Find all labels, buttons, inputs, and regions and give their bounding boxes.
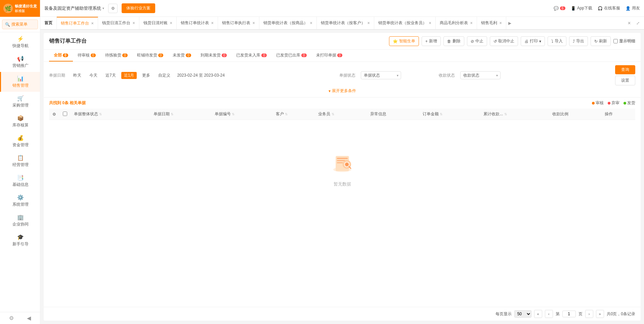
date-today-btn[interactable]: 今天: [87, 72, 100, 79]
sidebar-item-guide[interactable]: 🎓 新手引导: [0, 231, 40, 250]
print-button[interactable]: 🖨 打印 ▾: [521, 36, 545, 46]
tabbar: 首页 销售订单工作台 ✕ 钱货日清工作台 ✕ 钱货日清对账 ✕ 销售订单统计表 …: [40, 17, 644, 30]
sidebar-item-quick-nav[interactable]: ⚡ 快捷导航: [0, 32, 40, 52]
tab-close-icon[interactable]: ✕: [170, 21, 172, 25]
select-all-checkbox[interactable]: [63, 112, 67, 116]
online-service-button[interactable]: 🎧 在线客服: [598, 5, 620, 11]
tab-home[interactable]: 首页: [40, 17, 57, 29]
status-select[interactable]: 单据状态: [361, 71, 401, 79]
tab-sales-order-exec[interactable]: 销售订单执行表 ✕: [218, 17, 259, 29]
tab-close-icon[interactable]: ✕: [132, 21, 135, 25]
sidebar-item-basic-info[interactable]: 📑 基础信息: [0, 171, 40, 191]
empty-state: 暂无数据: [49, 120, 635, 214]
tab-sales-stats-employee[interactable]: 销货单统计表（按业务员） ✕: [374, 17, 436, 29]
filter-row-1: 单据日期 昨天 今天 近7天 近1月 更多 自定义 2023-02-24 至 2…: [49, 65, 635, 85]
sort-icon[interactable]: ⇅: [232, 112, 234, 116]
refresh-button[interactable]: ↻ 刷新: [591, 36, 611, 46]
sort-icon[interactable]: ⇅: [504, 112, 507, 116]
date-more-btn[interactable]: 更多: [139, 72, 153, 79]
sub-tab-pending-inspect[interactable]: 待拣验货0: [100, 50, 132, 62]
tab-cash-reconcile[interactable]: 钱货日清对账 ✕: [139, 17, 177, 29]
search-menu-button[interactable]: 🔍 搜索菜单: [2, 19, 38, 29]
prev-page-button[interactable]: ‹: [545, 310, 553, 318]
sort-icon[interactable]: ⇅: [440, 112, 442, 116]
tab-close-all-button[interactable]: ✕: [625, 19, 633, 27]
date-1month-btn[interactable]: 近1月: [121, 72, 137, 79]
tab-sales-order-workspace[interactable]: 销售订单工作台 ✕: [57, 17, 98, 29]
sidebar-collapse-button[interactable]: ◀: [27, 315, 31, 321]
stop-button[interactable]: ⊘ 中止: [467, 36, 487, 46]
tab-cash-daily[interactable]: 钱货日清工作台 ✕: [98, 17, 139, 29]
sidebar-item-inventory[interactable]: 📦 库存核算: [0, 112, 40, 131]
tab-maximize-button[interactable]: ⤢: [634, 19, 642, 27]
cancel-stop-button[interactable]: ↺ 取消中止: [490, 36, 518, 46]
tab-sales-stats-customer[interactable]: 销货单统计表（按客户） ✕: [317, 17, 374, 29]
date-yesterday-btn[interactable]: 昨天: [71, 72, 84, 79]
sort-icon[interactable]: ⇅: [285, 112, 288, 116]
th-settings[interactable]: ⚙: [49, 109, 59, 120]
sub-tab-overdue[interactable]: 到期未发货0: [196, 50, 232, 62]
tab-close-icon[interactable]: ✕: [499, 21, 502, 25]
expand-conditions-button[interactable]: ▾ 展开更多条件: [329, 88, 356, 94]
tab-sales-margin[interactable]: 销售毛利 ✕: [477, 17, 506, 29]
settings-icon-button[interactable]: ⚙: [108, 4, 118, 13]
delete-button[interactable]: 🗑 删除: [443, 36, 464, 46]
import-button[interactable]: ⤵ 导入: [548, 36, 566, 46]
tab-close-icon[interactable]: ✕: [91, 22, 94, 25]
page-number-input[interactable]: [562, 311, 576, 317]
sub-tab-shipped-not-in[interactable]: 已发货未入库0: [231, 50, 271, 62]
payment-select[interactable]: 收款状态: [460, 71, 501, 79]
first-page-button[interactable]: «: [534, 310, 542, 318]
sub-tab-wangpu[interactable]: 旺铺待发货0: [132, 50, 168, 62]
sidebar-item-marketing[interactable]: 📢 营销推广: [0, 52, 40, 72]
review-action-button[interactable]: 审核: [592, 100, 604, 106]
date-7days-btn[interactable]: 近7天: [103, 72, 119, 79]
sort-icon[interactable]: ⇅: [332, 112, 334, 116]
sidebar-item-enterprise[interactable]: 🏢 企业协同: [0, 211, 40, 231]
sidebar-item-operations[interactable]: 📋 经营管理: [0, 151, 40, 171]
tab-product-margin[interactable]: 商品毛利分析表 ✕: [436, 17, 477, 29]
sort-icon[interactable]: ⇅: [171, 112, 173, 116]
sidebar-item-purchase[interactable]: 🛒 采购管理: [0, 92, 40, 112]
tab-close-icon[interactable]: ✕: [211, 21, 214, 25]
sub-tab-pending-review[interactable]: 待审核0: [73, 50, 101, 62]
smart-order-button[interactable]: ⭐ 智能生单: [389, 36, 419, 46]
filter-settings-button[interactable]: 设置: [615, 76, 635, 85]
horizontal-scrollbar[interactable]: [44, 303, 641, 307]
tab-close-icon[interactable]: ✕: [470, 21, 473, 25]
sub-tab-all[interactable]: 全部0: [49, 50, 73, 62]
sub-tab-not-printed[interactable]: 未打印单据0: [311, 50, 347, 62]
add-button[interactable]: + 新增: [422, 36, 441, 46]
ship-action-button[interactable]: 发货: [624, 100, 635, 106]
unreviewed-action-button[interactable]: 弃审: [608, 100, 619, 106]
last-page-button[interactable]: »: [596, 310, 604, 318]
page-size-select[interactable]: 50 10 20 100: [514, 310, 531, 318]
sub-tab-not-shipped[interactable]: 未发货0: [168, 50, 196, 62]
show-detail-checkbox[interactable]: [613, 39, 618, 43]
tab-close-icon[interactable]: ✕: [367, 21, 370, 25]
date-custom-btn[interactable]: 自定义: [156, 72, 173, 79]
message-button[interactable]: 💬 6: [554, 6, 565, 11]
tab-scroll-right-button[interactable]: ▶: [506, 17, 513, 29]
industry-solution-button[interactable]: 体验行业方案: [122, 3, 155, 13]
tab-close-icon[interactable]: ✕: [429, 21, 431, 25]
user-button[interactable]: 👤 用友: [626, 5, 640, 11]
next-page-button[interactable]: ›: [585, 310, 593, 318]
query-button[interactable]: 查询: [615, 65, 635, 74]
sidebar-item-label: 经营管理: [12, 162, 29, 168]
tab-close-icon[interactable]: ✕: [252, 21, 255, 25]
tab-sales-order-stats[interactable]: 销售订单统计表 ✕: [177, 17, 218, 29]
sub-tab-not-printed-count: 0: [337, 53, 343, 57]
sort-icon[interactable]: ⇅: [99, 112, 102, 116]
sidebar-item-sales[interactable]: 📊 销售管理: [0, 72, 40, 92]
sidebar-settings-button[interactable]: ⚙: [9, 315, 14, 321]
th-checkbox[interactable]: [59, 109, 71, 120]
tab-close-icon[interactable]: ✕: [310, 21, 312, 25]
tab-sales-stats-product[interactable]: 销货单统计表（按商品） ✕: [259, 17, 317, 29]
page-label: 第: [556, 311, 560, 317]
app-download-button[interactable]: 📱 App下载: [571, 5, 592, 11]
sidebar-item-system[interactable]: ⚙️ 系统管理: [0, 191, 40, 211]
export-button[interactable]: ⤴ 导出: [569, 36, 588, 46]
sub-tab-shipped-in[interactable]: 已发货已出库0: [271, 50, 311, 62]
sidebar-item-finance[interactable]: 💰 资金管理: [0, 131, 40, 151]
